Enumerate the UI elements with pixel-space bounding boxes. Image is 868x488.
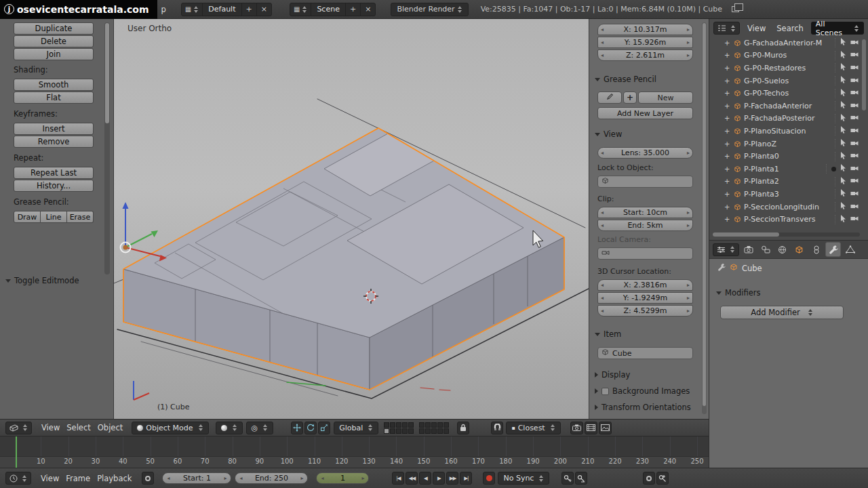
toolshelf-button-join[interactable]: Join	[14, 48, 94, 60]
n-panel-scrollbar[interactable]	[702, 22, 707, 414]
panel-header-view[interactable]: View	[595, 129, 622, 139]
view-menu[interactable]: View	[41, 423, 60, 432]
preview-range-toggle[interactable]	[142, 472, 154, 485]
toolshelf-button-duplicate[interactable]: Duplicate	[14, 22, 94, 35]
field-x-2-3816m[interactable]: ◂X: 2.3816m▸	[597, 279, 693, 291]
tab-object[interactable]	[791, 242, 807, 257]
next-keyframe-button[interactable]: ▶▶	[446, 472, 458, 485]
timeline-playback-menu[interactable]: Playback	[97, 474, 132, 483]
restrict-select-icon[interactable]	[840, 63, 846, 73]
restrict-render-icon[interactable]	[850, 51, 859, 60]
scrollbar-thumb[interactable]	[713, 232, 779, 237]
restrict-view-toggle[interactable]	[831, 167, 836, 171]
translate-manipulator-button[interactable]	[291, 422, 303, 434]
play-button[interactable]: ▶	[433, 472, 445, 485]
toolshelf-button-repeat-last[interactable]: Repeat Last	[14, 167, 94, 179]
toolshelf-button-insert[interactable]: Insert	[14, 123, 94, 135]
building-model[interactable]	[123, 128, 564, 390]
select-menu[interactable]: Select	[66, 423, 90, 432]
frame-end-field[interactable]: ◂ End: 250 ▸	[235, 472, 308, 484]
decrement-arrow[interactable]: ◂	[321, 476, 323, 481]
layer-toggle[interactable]	[419, 422, 425, 428]
restrict-select-icon[interactable]	[840, 189, 846, 199]
restrict-select-icon[interactable]	[840, 76, 846, 85]
button-add-new-layer[interactable]: Add New Layer	[597, 107, 693, 119]
layer-toggle[interactable]	[396, 422, 401, 428]
layer-toggle[interactable]	[390, 422, 395, 428]
tool-shelf-scrollbar[interactable]	[104, 22, 110, 274]
panel-checkbox[interactable]	[601, 388, 609, 395]
increment-arrow[interactable]: ▸	[300, 476, 303, 481]
outliner-horizontal-scrollbar[interactable]	[713, 232, 860, 237]
expand-icon[interactable]: +	[724, 89, 734, 97]
panel-expand-icon[interactable]	[595, 388, 598, 394]
layer-toggle[interactable]	[384, 428, 389, 434]
toolshelf-button-smooth[interactable]: Smooth	[14, 79, 94, 91]
object-name-field[interactable]: Cube	[597, 347, 693, 359]
panel-header-transform-orientations[interactable]: Transform Orientations	[595, 403, 691, 412]
jump-start-button[interactable]: |◀	[392, 472, 404, 485]
layer-toggle[interactable]	[443, 428, 449, 434]
outliner-item-p-planta0[interactable]: +P-Planta0	[709, 150, 868, 163]
toolshelf-button-erase[interactable]: Erase	[67, 211, 94, 223]
expand-icon[interactable]: +	[724, 140, 734, 148]
render-engine-select[interactable]: Blender Render	[391, 3, 468, 16]
field-z-4-5299m[interactable]: ◂Z: 4.5299m▸	[597, 305, 693, 317]
increment-arrow[interactable]: ▸	[687, 150, 690, 156]
current-frame-field[interactable]: ◂ 1 ▸	[316, 472, 369, 484]
grease-pencil-draw-button[interactable]	[597, 92, 622, 104]
layer-toggle[interactable]	[443, 422, 449, 428]
increment-arrow[interactable]: ▸	[687, 40, 690, 45]
toolshelf-panel-toggle-editmode[interactable]: Toggle Editmode	[5, 276, 79, 285]
editor-type-selector[interactable]	[713, 22, 740, 35]
object-menu[interactable]: Object	[98, 423, 123, 432]
play-reverse-button[interactable]: ◀	[419, 472, 431, 485]
expand-icon[interactable]: +	[724, 216, 734, 223]
toolshelf-button-delete[interactable]: Delete	[14, 35, 94, 47]
tab-object-data[interactable]	[842, 242, 858, 257]
browse-screens-button[interactable]: ▦	[182, 3, 203, 16]
panel-collapse-icon[interactable]	[716, 291, 722, 295]
restrict-render-icon[interactable]	[850, 77, 859, 85]
delete-keyframe-button[interactable]	[575, 472, 587, 485]
render-still-button[interactable]	[570, 422, 583, 434]
grease-pencil-new-button[interactable]: New	[638, 92, 693, 104]
outliner-item-p-planosituacion[interactable]: +P-PlanoSituacion	[709, 125, 868, 138]
expand-icon[interactable]: +	[724, 203, 734, 211]
restrict-select-icon[interactable]	[840, 38, 846, 47]
layer-toggle[interactable]	[396, 428, 401, 434]
panel-header-grease-pencil[interactable]: Grease Pencil	[595, 75, 656, 84]
expand-icon[interactable]: +	[724, 178, 734, 185]
expand-icon[interactable]: +	[724, 127, 734, 135]
restrict-select-icon[interactable]	[840, 139, 846, 148]
snap-toggle-button[interactable]	[491, 422, 503, 434]
toolshelf-button-line[interactable]: Line	[41, 211, 67, 223]
restrict-render-icon[interactable]	[850, 127, 859, 136]
field-y-1-9249m[interactable]: ◂Y: -1.9249m▸	[597, 292, 693, 304]
timeline-view-menu[interactable]: View	[41, 474, 59, 483]
layer-toggle[interactable]	[425, 422, 431, 428]
layer-toggle[interactable]	[431, 422, 437, 428]
screen-layout-name[interactable]: Default	[203, 5, 241, 14]
y-axis-arrow[interactable]	[151, 230, 159, 237]
editor-type-selector[interactable]	[5, 472, 31, 485]
expand-icon[interactable]: +	[724, 52, 734, 59]
restrict-select-icon[interactable]	[840, 51, 846, 60]
tab-modifiers[interactable]	[825, 242, 841, 257]
active-keying-set-button[interactable]	[656, 472, 669, 485]
decrement-arrow[interactable]: ◂	[239, 476, 242, 481]
outliner-item-p-fachadaposterior[interactable]: +P-FachadaPosterior	[709, 113, 868, 125]
restrict-render-icon[interactable]	[850, 152, 859, 161]
expand-icon[interactable]: +	[724, 190, 734, 198]
panel-collapse-icon[interactable]	[595, 133, 600, 136]
restrict-render-icon[interactable]	[850, 215, 859, 224]
layer-toggle[interactable]	[408, 422, 414, 428]
expand-icon[interactable]: +	[724, 77, 734, 85]
expand-icon[interactable]: +	[724, 102, 734, 110]
transform-orientation-select[interactable]: Global	[334, 422, 378, 434]
add-modifier-button[interactable]: Add Modifier	[720, 306, 844, 319]
outliner-item-g-p0-restadores[interactable]: +G-P0-Restadores	[709, 62, 868, 75]
layer-toggle[interactable]	[419, 428, 425, 434]
increment-arrow[interactable]: ▸	[687, 210, 690, 216]
timeline-frame-menu[interactable]: Frame	[66, 474, 90, 483]
